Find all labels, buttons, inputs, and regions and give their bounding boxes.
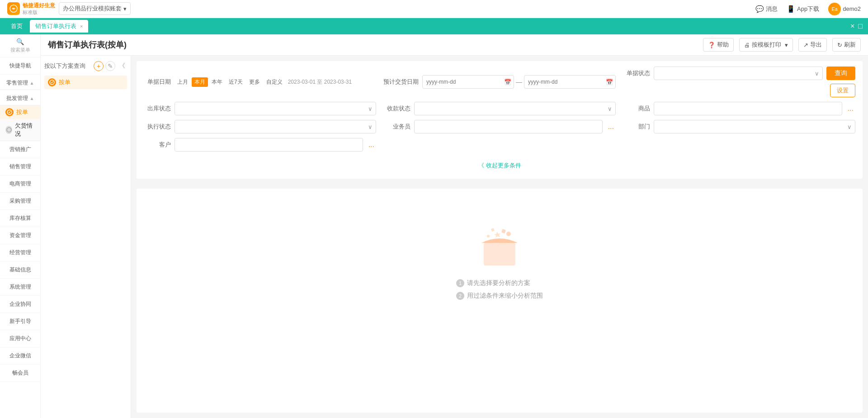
sidebar-item-finance[interactable]: 资金管理: [0, 227, 40, 244]
sidebar-operation-label: 经营管理: [9, 249, 31, 256]
export-button[interactable]: ↗ 导出: [798, 38, 827, 52]
salesperson-more-icon[interactable]: ...: [606, 123, 616, 131]
svg-rect-4: [484, 243, 515, 266]
app-selector-arrow: ▾: [123, 5, 127, 12]
main-layout: 🔍 搜索菜单 快捷导航 零售管理 ▲ 批发管理 ▲ 按单: [0, 34, 868, 418]
page-actions: ❓ 帮助 🖨 按模板打印 ▾ ↗ 导出 ↻ 刷新: [703, 38, 861, 52]
execution-select[interactable]: [175, 120, 376, 133]
tab-home[interactable]: 首页: [5, 20, 28, 33]
sidebar: 🔍 搜索菜单 快捷导航 零售管理 ▲ 批发管理 ▲ 按单: [0, 34, 41, 418]
scheme-active-icon: [48, 78, 56, 86]
sidebar-sub-按单-label: 按单: [16, 108, 28, 116]
scheme-icon-gray: [5, 126, 12, 134]
sidebar-quick-nav[interactable]: 快捷导航: [0, 57, 40, 75]
right-content: 单据日期 上月 本月 本年 近7天 更多 自定义: [131, 56, 868, 418]
sidebar-item-operation[interactable]: 经营管理: [0, 244, 40, 261]
filter-field-date: 单据日期 上月 本月 本年 近7天 更多 自定义: [144, 77, 376, 87]
search-button[interactable]: 查询: [826, 66, 855, 80]
execution-select-wrapper: ∨: [175, 120, 376, 133]
sidebar-item-wechat[interactable]: 企业微信: [0, 347, 40, 365]
sidebar-retail-label: 零售管理: [6, 79, 28, 87]
tab-close-icon[interactable]: ×: [80, 24, 83, 29]
sidebar-ecommerce-label: 电商管理: [9, 180, 31, 188]
salesperson-input[interactable]: [414, 120, 603, 133]
sidebar-sub-欠货[interactable]: 欠货情况: [0, 119, 40, 141]
tab-active-label: 销售订单执行表: [35, 22, 76, 30]
tab-maximize-btn[interactable]: □: [858, 22, 863, 30]
user-name: demo2: [843, 5, 861, 12]
sidebar-item-guide[interactable]: 新手引导: [0, 313, 40, 330]
message-label: 消息: [766, 5, 778, 13]
edit-scheme-btn[interactable]: ✎: [105, 61, 115, 71]
sidebar-item-member[interactable]: 畅会员: [0, 365, 40, 382]
sidebar-item-purchase[interactable]: 采购管理: [0, 193, 40, 210]
sidebar-inventory-label: 库存核算: [9, 214, 31, 222]
goods-more-icon[interactable]: ...: [846, 104, 855, 113]
sidebar-item-ecommerce[interactable]: 电商管理: [0, 176, 40, 193]
sidebar-item-app-center[interactable]: 应用中心: [0, 330, 40, 347]
date-tab-7days[interactable]: 近7天: [226, 77, 245, 87]
outbound-select-wrapper: ∨: [175, 102, 376, 115]
sidebar-item-basic[interactable]: 基础信息: [0, 261, 40, 279]
tab-minimize-btn[interactable]: ×: [850, 22, 854, 30]
help-label: 帮助: [717, 41, 729, 49]
user-profile-action[interactable]: Ea demo2: [828, 3, 861, 15]
help-button[interactable]: ❓ 帮助: [703, 38, 734, 52]
sidebar-search[interactable]: 🔍 搜索菜单: [0, 34, 40, 57]
empty-state-icon: [472, 225, 527, 270]
collapse-more-btn[interactable]: 《 收起更多条件: [144, 158, 855, 173]
status-select-wrapper: ∨: [654, 66, 823, 80]
expected-date-end-input[interactable]: [524, 75, 616, 89]
add-scheme-btn[interactable]: +: [94, 61, 104, 71]
outbound-select[interactable]: [175, 102, 376, 115]
department-select[interactable]: [654, 120, 855, 133]
tab-active[interactable]: 销售订单执行表 ×: [30, 20, 88, 33]
sidebar-item-system[interactable]: 系统管理: [0, 279, 40, 296]
empty-state: 1 请先选择要分析的方案 2 用过滤条件来缩小分析范围: [137, 189, 863, 336]
sidebar-item-wholesale[interactable]: 批发管理 ▲: [0, 90, 40, 105]
logo-icon: [7, 2, 20, 15]
status-label: 单据状态: [623, 69, 650, 77]
hint-2-num: 2: [456, 292, 464, 300]
refresh-button[interactable]: ↻ 刷新: [832, 38, 861, 52]
status-select[interactable]: [654, 66, 823, 80]
goods-input[interactable]: [654, 102, 842, 115]
goods-label: 商品: [623, 104, 650, 113]
sidebar-item-retail[interactable]: 零售管理 ▲: [0, 75, 40, 90]
sidebar-item-inventory[interactable]: 库存核算: [0, 210, 40, 227]
app-selector[interactable]: 办公用品行业模拟账套 ▾: [59, 2, 131, 15]
customer-more-icon[interactable]: ...: [367, 141, 376, 149]
customer-input[interactable]: [175, 138, 363, 152]
filter-field-department: 部门 ∨: [623, 120, 855, 133]
department-label: 部门: [623, 123, 650, 131]
top-nav-left: 畅捷通好生意 标准版 办公用品行业模拟账套 ▾: [7, 2, 131, 16]
department-select-wrapper: ∨: [654, 120, 855, 133]
sidebar-item-marketing[interactable]: 营销推广: [0, 141, 40, 158]
salesperson-label: 业务员: [383, 123, 410, 131]
sidebar-marketing-label: 营销推广: [9, 146, 31, 153]
collapse-panel-btn[interactable]: 《: [117, 61, 127, 71]
setup-button[interactable]: 设置: [830, 84, 855, 97]
message-action[interactable]: 💬 消息: [755, 5, 778, 13]
sidebar-quick-nav-label: 快捷导航: [9, 62, 31, 70]
tab-home-label: 首页: [11, 22, 23, 30]
collection-select[interactable]: [414, 102, 616, 115]
scheme-item-active[interactable]: 按单: [44, 76, 127, 89]
date-tab-last-month[interactable]: 上月: [175, 77, 191, 87]
search-btn-area: 查询 设置: [826, 66, 855, 97]
logo-text-line1: 畅捷通好生意: [23, 2, 55, 10]
refresh-icon: ↻: [837, 42, 842, 48]
date-tab-this-month[interactable]: 本月: [192, 77, 208, 87]
date-tab-more[interactable]: 更多: [246, 77, 263, 87]
svg-rect-8: [491, 228, 495, 232]
collection-select-wrapper: ∨: [414, 102, 616, 115]
date-tab-custom[interactable]: 自定义: [264, 77, 285, 87]
sidebar-sub-按单[interactable]: 按单: [0, 105, 40, 119]
sidebar-item-sales[interactable]: 销售管理: [0, 158, 40, 176]
app-download-action[interactable]: 📱 App下载: [787, 5, 819, 13]
sidebar-item-collab[interactable]: 企业协同: [0, 296, 40, 313]
date-tab-this-year[interactable]: 本年: [209, 77, 225, 87]
top-nav-right: 💬 消息 📱 App下载 Ea demo2: [755, 3, 861, 15]
print-button[interactable]: 🖨 按模板打印 ▾: [739, 38, 793, 52]
expected-date-start-input[interactable]: [422, 75, 514, 89]
